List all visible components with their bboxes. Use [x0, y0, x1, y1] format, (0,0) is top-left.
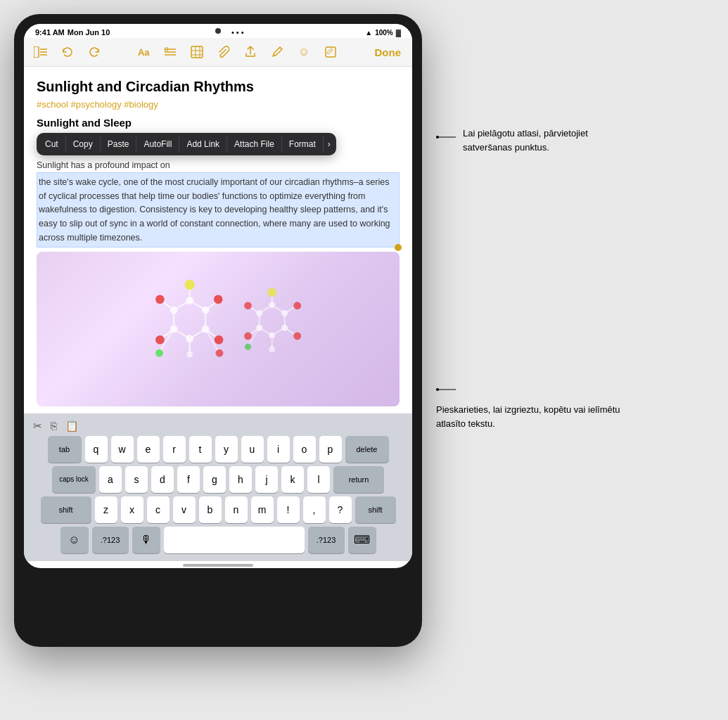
- svg-point-69: [436, 136, 439, 139]
- key-o[interactable]: o: [293, 436, 316, 463]
- key-k[interactable]: k: [281, 466, 304, 493]
- context-format[interactable]: Format: [282, 136, 324, 153]
- shift-right-key[interactable]: shift: [355, 496, 396, 523]
- svg-point-53: [267, 288, 276, 297]
- done-button[interactable]: Done: [371, 45, 406, 60]
- space-key[interactable]: [164, 527, 305, 553]
- svg-point-37: [186, 351, 193, 357]
- toolbar-left: [31, 42, 104, 62]
- ipad-device: 9:41 AM Mon Jun 10 • • • ▲ 100% ▓: [14, 14, 422, 647]
- status-dots: • • •: [231, 28, 244, 37]
- key-v[interactable]: v: [173, 496, 196, 523]
- svg-rect-8: [191, 46, 203, 58]
- key-j[interactable]: j: [255, 466, 278, 493]
- share-icon[interactable]: [241, 42, 260, 62]
- key-c[interactable]: c: [147, 496, 170, 523]
- table-icon[interactable]: [187, 42, 207, 62]
- annotation-bottom-block: Pieskarieties, lai izgrieztu, kopētu vai…: [436, 379, 714, 430]
- key-y[interactable]: y: [215, 436, 238, 463]
- markup-icon[interactable]: [267, 42, 287, 62]
- notes-content: Sunlight and Circadian Rhythms #school #…: [24, 67, 412, 413]
- status-date: Mon Jun 10: [68, 28, 110, 37]
- key-l[interactable]: l: [307, 466, 330, 493]
- selection-handle-end[interactable]: [395, 244, 402, 251]
- status-time: 9:41 AM: [35, 28, 65, 37]
- key-a[interactable]: a: [99, 466, 122, 493]
- shift-left-key[interactable]: shift: [41, 496, 91, 523]
- compose-icon[interactable]: [321, 42, 340, 62]
- mic-key[interactable]: 🎙: [132, 527, 160, 553]
- delete-key[interactable]: delete: [345, 436, 389, 463]
- text-area: Sunlight has a profound impact on the si…: [37, 158, 400, 248]
- key-r[interactable]: r: [163, 436, 186, 463]
- checklist-icon[interactable]: [160, 42, 180, 62]
- key-s[interactable]: s: [125, 466, 148, 493]
- key-m[interactable]: m: [251, 496, 274, 523]
- numbers-left-key[interactable]: .?123: [92, 527, 129, 553]
- keyboard-row-4: ☺ .?123 🎙 .?123 ⌨: [25, 527, 411, 553]
- keyboard-hide-key[interactable]: ⌨: [348, 527, 376, 553]
- paste-shortcut-icon[interactable]: 📋: [63, 418, 81, 434]
- svg-point-56: [244, 332, 252, 340]
- context-copy[interactable]: Copy: [66, 136, 101, 153]
- keyboard-area: ✂ ⎘ 📋 tab q w e r t y u i o p d: [24, 413, 412, 561]
- key-p[interactable]: p: [319, 436, 342, 463]
- selected-text-block[interactable]: the site's wake cycle, one of the most c…: [37, 172, 400, 248]
- keyboard-row-1: tab q w e r t y u i o p delete: [25, 436, 411, 463]
- tab-key[interactable]: tab: [48, 436, 82, 463]
- numbers-right-key[interactable]: .?123: [308, 527, 345, 553]
- key-u[interactable]: u: [241, 436, 264, 463]
- camera-notch: [215, 28, 221, 34]
- svg-point-26: [214, 295, 223, 304]
- return-key[interactable]: return: [333, 466, 384, 493]
- svg-point-61: [281, 324, 288, 330]
- context-autofill[interactable]: AutoFill: [136, 136, 179, 153]
- svg-rect-0: [34, 46, 39, 58]
- key-b[interactable]: b: [199, 496, 222, 523]
- attach-icon[interactable]: [214, 42, 234, 62]
- caps-lock-key[interactable]: caps lock: [52, 466, 96, 493]
- svg-point-25: [184, 279, 194, 289]
- text-format-icon[interactable]: Aa: [134, 42, 153, 62]
- svg-point-54: [293, 302, 301, 309]
- context-menu: Cut Copy Paste AutoFill Add Link Attach …: [37, 133, 336, 155]
- redo-icon[interactable]: [84, 42, 104, 62]
- key-comma[interactable]: ,: [303, 496, 326, 523]
- key-n[interactable]: n: [225, 496, 248, 523]
- sidebar-toggle-icon[interactable]: [31, 42, 51, 62]
- key-e[interactable]: e: [137, 436, 160, 463]
- svg-point-31: [186, 297, 193, 304]
- key-f[interactable]: f: [177, 466, 200, 493]
- context-paste[interactable]: Paste: [101, 136, 137, 153]
- key-question[interactable]: ?: [329, 496, 352, 523]
- svg-point-65: [269, 346, 275, 352]
- context-menu-more[interactable]: ›: [324, 136, 335, 153]
- svg-point-30: [170, 306, 178, 314]
- svg-point-27: [215, 335, 224, 345]
- key-exclaim[interactable]: !: [277, 496, 300, 523]
- keyboard-shortcuts: ✂ ⎘ 📋: [25, 416, 411, 436]
- key-w[interactable]: w: [111, 436, 134, 463]
- key-g[interactable]: g: [203, 466, 226, 493]
- key-q[interactable]: q: [85, 436, 108, 463]
- note-title: Sunlight and Circadian Rhythms: [37, 78, 400, 95]
- key-i[interactable]: i: [267, 436, 290, 463]
- cut-shortcut-icon[interactable]: ✂: [31, 418, 44, 434]
- emoji-key[interactable]: ☺: [60, 527, 89, 553]
- svg-point-28: [155, 335, 165, 345]
- key-d[interactable]: d: [151, 466, 174, 493]
- undo-icon[interactable]: [58, 42, 77, 62]
- context-cut[interactable]: Cut: [38, 136, 66, 153]
- context-attach-file[interactable]: Attach File: [227, 136, 282, 153]
- key-t[interactable]: t: [189, 436, 212, 463]
- key-x[interactable]: x: [121, 496, 143, 523]
- svg-point-59: [269, 302, 275, 308]
- keyboard-row-3: shift z x c v b n m ! , ? shift: [25, 496, 411, 523]
- copy-shortcut-icon[interactable]: ⎘: [49, 418, 59, 433]
- key-h[interactable]: h: [229, 466, 252, 493]
- annotations-wrapper: Lai pielāgotu atlasi, pārvietojiet satve…: [422, 14, 714, 430]
- context-add-link[interactable]: Add Link: [179, 136, 227, 153]
- home-indicator: [183, 564, 253, 567]
- key-z[interactable]: z: [95, 496, 117, 523]
- emoji-icon[interactable]: ☺: [294, 42, 314, 62]
